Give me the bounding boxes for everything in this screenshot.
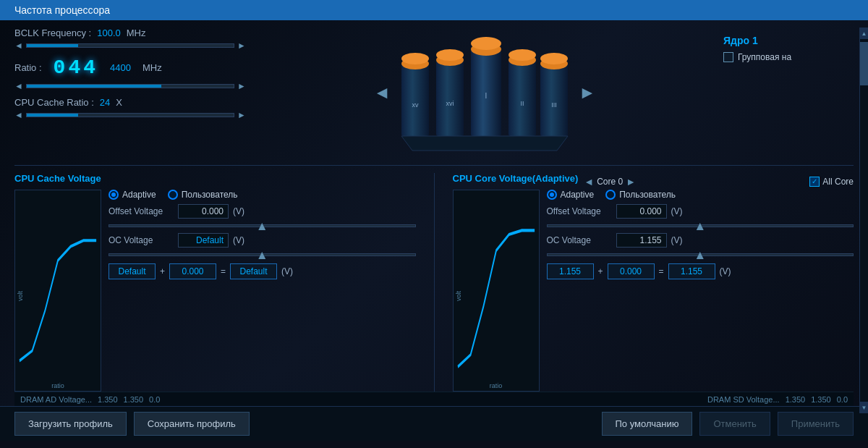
svg-marker-25	[401, 136, 568, 151]
core-offset-row: Offset Voltage (V)	[547, 204, 854, 219]
cylinder-1: xvi 44	[436, 49, 464, 151]
title-bar: Частота процессора	[0, 0, 868, 20]
cache-oc-slider[interactable]	[109, 253, 416, 256]
ratio-slider-fill	[27, 85, 161, 88]
apply-button: Применить	[778, 412, 854, 436]
core-nav-right[interactable]: ►	[626, 176, 636, 187]
bottom-section: CPU Cache Voltage volt ratio Adaptive	[14, 165, 854, 392]
svg-point-22	[540, 53, 568, 64]
cache-slider-fill	[27, 114, 79, 117]
main-content: BCLK Frequency : 100.0 MHz ◄ ► Ratio : 0…	[0, 20, 868, 406]
footer: Загрузить профиль Сохранить профиль По у…	[0, 406, 868, 441]
core-radio-adaptive[interactable]: Adaptive	[547, 190, 595, 200]
svg-text:xvi: xvi	[446, 100, 454, 107]
cache-ratio-label-graph: ratio	[51, 382, 64, 389]
grupovaya-checkbox[interactable]	[723, 52, 733, 62]
grupovaya-row: Групповая на	[723, 52, 854, 62]
cache-eq-left: Default	[109, 263, 156, 279]
core-offset-unit: (V)	[671, 206, 683, 216]
cache-radio-user-label: Пользователь	[182, 190, 238, 200]
cache-ratio-label: CPU Cache Ratio :	[14, 97, 94, 108]
core-eq-op1: +	[598, 266, 603, 276]
cache-slider-track[interactable]	[26, 113, 234, 117]
cache-offset-row: Offset Voltage (V)	[109, 204, 416, 219]
save-profile-button[interactable]: Сохранить профиль	[134, 412, 250, 436]
ratio-slider-left[interactable]: ◄	[14, 81, 23, 91]
cache-ratio-value: 24	[100, 97, 110, 108]
cache-oc-row: OC Voltage (V)	[109, 233, 416, 248]
scroll-up[interactable]: ▲	[860, 28, 868, 39]
grupovaya-label: Групповая на	[738, 52, 791, 62]
ratio-slider-track[interactable]	[26, 84, 234, 88]
cache-eq-unit: (V)	[281, 266, 293, 276]
core-voltage-controls: Adaptive Пользователь Offset Voltage (V)	[547, 190, 854, 392]
cache-radio-adaptive-label: Adaptive	[122, 190, 156, 200]
cache-eq-mid: 0.000	[169, 263, 216, 279]
cache-slider-left[interactable]: ◄	[14, 110, 23, 120]
cache-oc-label: OC Voltage	[109, 235, 174, 245]
core-eq-right: 1.155	[668, 263, 715, 279]
cache-radio-user[interactable]: Пользователь	[168, 190, 238, 200]
dram-left-v2: 1.350	[124, 395, 144, 404]
core-eq-unit: (V)	[720, 266, 731, 276]
cache-volt-label: volt	[17, 291, 24, 301]
default-button[interactable]: По умолчанию	[602, 412, 693, 436]
cache-oc-input[interactable]	[178, 233, 229, 248]
cache-offset-marker	[258, 223, 265, 230]
bclk-slider-left[interactable]: ◄	[14, 41, 23, 51]
scrollbar: ▲ ▼	[859, 28, 868, 413]
svg-point-12	[471, 37, 501, 50]
dram-right-v3: 0.0	[837, 395, 848, 404]
cache-radio-adaptive[interactable]: Adaptive	[109, 190, 156, 200]
core-voltage-title-row: CPU Core Voltage(Adaptive) ◄ Core 0 ► ✓ …	[453, 173, 854, 190]
cpu-nav-left[interactable]: ◄	[366, 83, 398, 103]
cylinder-2: I 44	[471, 37, 501, 151]
scroll-down[interactable]: ▼	[860, 402, 868, 413]
core-oc-unit: (V)	[671, 235, 683, 245]
bclk-slider-fill	[27, 44, 79, 47]
cpu-nav-right[interactable]: ►	[571, 83, 603, 103]
cache-voltage-graph: volt ratio	[14, 190, 101, 392]
ratio-label: Ratio :	[14, 62, 42, 73]
cylinder-3: II 44	[509, 49, 536, 151]
all-core-checkbox[interactable]: ✓	[809, 177, 820, 187]
core-voltage-inner: volt ratio Adaptive Пользователь	[453, 190, 854, 392]
ratio-slider-right[interactable]: ►	[237, 81, 246, 91]
scroll-thumb[interactable]	[860, 42, 868, 85]
core-radio-user[interactable]: Пользователь	[605, 190, 676, 200]
yadro-title: Ядро 1	[723, 35, 854, 46]
core-oc-label: OC Voltage	[547, 235, 612, 245]
cache-offset-input[interactable]	[178, 204, 229, 219]
core-radio-user-circle	[605, 190, 616, 200]
all-core-label: All Core	[822, 177, 854, 187]
cache-offset-slider[interactable]	[109, 224, 416, 227]
page-title: Частота процессора	[14, 4, 110, 16]
svg-rect-15	[509, 60, 536, 136]
svg-text:xv: xv	[412, 101, 420, 109]
core-nav-left[interactable]: ◄	[584, 176, 594, 187]
svg-text:III: III	[551, 101, 557, 109]
dram-left-label: DRAM AD Voltage...	[20, 395, 92, 404]
cache-offset-label: Offset Voltage	[109, 206, 174, 216]
core-ratio-label-graph: ratio	[490, 382, 503, 389]
all-core-row: ✓ All Core	[809, 177, 854, 187]
core-offset-label: Offset Voltage	[547, 206, 612, 216]
bclk-slider-right[interactable]: ►	[237, 41, 246, 51]
ratio-numeric: 4400	[110, 62, 131, 73]
bclk-slider-track[interactable]	[26, 43, 234, 48]
ratio-unit: MHz	[142, 62, 162, 73]
core-oc-input[interactable]	[616, 233, 667, 248]
core-oc-slider[interactable]	[547, 253, 854, 256]
core-offset-slider[interactable]	[547, 224, 854, 227]
bclk-control: BCLK Frequency : 100.0 MHz ◄ ►	[14, 28, 246, 51]
core-voltage-graph: volt ratio	[453, 190, 540, 392]
core-equation-row: 1.155 + 0.000 = 1.155 (V)	[547, 263, 854, 279]
cancel-button: Отменить	[699, 412, 770, 436]
core-offset-input[interactable]	[616, 204, 667, 219]
cache-slider-right[interactable]: ►	[237, 110, 246, 120]
cache-oc-unit: (V)	[233, 235, 244, 245]
load-profile-button[interactable]: Загрузить профиль	[14, 412, 127, 436]
core-eq-op2: =	[659, 266, 664, 276]
ratio-control: Ratio : 044 4400 MHz ◄ ►	[14, 56, 246, 91]
svg-rect-20	[540, 64, 568, 136]
